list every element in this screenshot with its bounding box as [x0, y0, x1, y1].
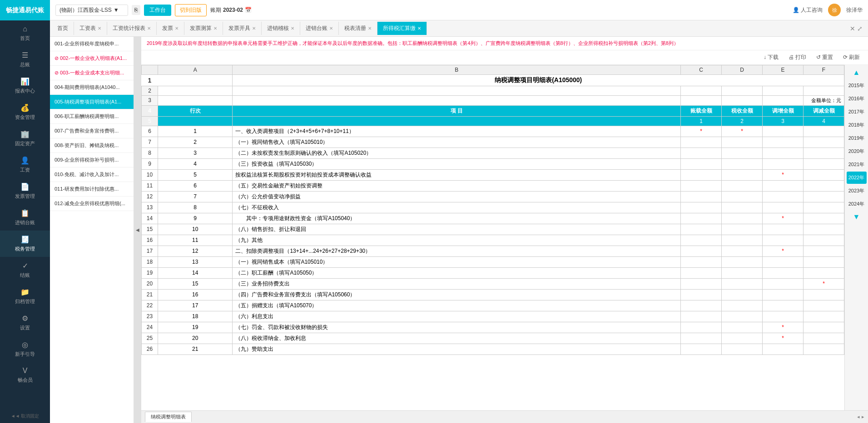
- sheet-area: 2019年度涉及取以前年度结转数据的申报表单元格需要手工维护正确，才能保证本年及…: [141, 37, 868, 423]
- left-item-012[interactable]: 012-减免企业所得税优惠明细(...: [50, 197, 134, 211]
- data-row-21: 21 16 （四）广告费和业务宣传费支出（填写A105060）: [142, 289, 844, 300]
- left-item-002[interactable]: ⊘ 002-一般企业收入明细表(A1...: [50, 51, 134, 66]
- sidebar-item-report[interactable]: 📊 报表中心: [0, 73, 50, 99]
- old-version-button[interactable]: 切到旧版: [175, 4, 207, 16]
- year-nav-down[interactable]: ▼: [851, 211, 862, 223]
- sidebar-item-guide-label: 新手引导: [15, 351, 35, 358]
- tab-salary-report[interactable]: 工资统计报表✕: [107, 22, 157, 35]
- year-2023[interactable]: 2023年: [847, 185, 867, 197]
- row-num-4: 4: [142, 105, 158, 116]
- sidebar-item-tax-label: 税务管理: [15, 246, 35, 252]
- sidebar-item-general[interactable]: ☰ 总账: [0, 46, 50, 73]
- sidebar-item-guide[interactable]: ◎ 新手引导: [0, 336, 50, 362]
- close-all-icon[interactable]: ✕: [850, 25, 855, 32]
- download-icon: ↓: [764, 54, 766, 60]
- download-button[interactable]: ↓ 下载: [761, 52, 781, 63]
- tab-tax-list-close[interactable]: ✕: [368, 26, 372, 31]
- asset-icon: 🏢: [20, 130, 30, 138]
- left-item-004[interactable]: 004-期间费用明细表(A1040...: [50, 80, 134, 95]
- tab-salary-close[interactable]: ✕: [98, 26, 101, 31]
- reset-button[interactable]: ↺ 重置: [813, 52, 836, 63]
- tab-purchase-ledger-close[interactable]: ✕: [329, 26, 333, 31]
- copy-button[interactable]: ⎘: [132, 5, 140, 15]
- tab-invoice-calc-close[interactable]: ✕: [213, 26, 217, 31]
- tab-salary-table[interactable]: 工资表✕: [74, 22, 107, 35]
- unit-B: [233, 95, 681, 105]
- data-row-13: 13 8 （七）不征税收入: [142, 202, 844, 213]
- print-button[interactable]: 🖨 打印: [786, 52, 809, 63]
- tab-tax-list[interactable]: 税表清册✕: [339, 22, 377, 35]
- company-selector[interactable]: (物副）江西股金-LSS ▼: [55, 5, 128, 16]
- year-2024[interactable]: 2024年: [847, 198, 867, 210]
- sidebar-item-archive[interactable]: 📁 归档管理: [0, 283, 50, 310]
- left-item-003[interactable]: ⊘ 003-一般企业成本支出明细...: [50, 66, 134, 80]
- period-edit-icon[interactable]: 📅: [245, 7, 252, 13]
- refresh-icon: ⟳: [843, 54, 848, 60]
- sidebar-item-member[interactable]: V 畅会员: [0, 362, 50, 388]
- workbench-button[interactable]: 工作台: [144, 5, 171, 16]
- tab-income-tax[interactable]: 所得税汇算缴✕: [377, 22, 427, 35]
- sidebar-item-settings[interactable]: ⚙ 设置: [0, 310, 50, 336]
- tab-invoice[interactable]: 发票✕: [157, 22, 184, 35]
- tabbar: 首页 工资表✕ 工资统计报表✕ 发票✕ 发票测算✕ 发票开具✕ 进销稽核✕ 进销…: [50, 20, 868, 37]
- tab-income-tax-close[interactable]: ✕: [417, 26, 421, 31]
- tab-salary-report-close[interactable]: ✕: [147, 26, 151, 31]
- tab-purchase-check-close[interactable]: ✕: [291, 26, 294, 31]
- left-item-007[interactable]: 007-广告费和业务宣传费明...: [50, 124, 134, 138]
- sidebar-item-close[interactable]: ✓ 结账: [0, 257, 50, 283]
- left-item-009[interactable]: 009-企业所得税弥补亏损明...: [50, 153, 134, 167]
- left-item-008[interactable]: 008-资产折旧、摊销及纳税...: [50, 138, 134, 153]
- tab-home[interactable]: 首页: [52, 22, 74, 35]
- tab-purchase-ledger[interactable]: 进销台账✕: [300, 22, 339, 35]
- tab-invoice-calc[interactable]: 发票测算✕: [184, 22, 223, 35]
- year-nav-up[interactable]: ▲: [851, 67, 862, 79]
- sidebar-item-invoice[interactable]: 📄 发票管理: [0, 178, 50, 204]
- sub-item: [233, 116, 681, 126]
- sub-c3: 3: [763, 116, 804, 126]
- sidebar-item-salary[interactable]: 👤 工资: [0, 152, 50, 178]
- left-item-001[interactable]: 001-企业所得税年度纳税申...: [50, 37, 134, 51]
- tab-invoice-calc-label: 发票测算: [190, 25, 212, 32]
- tab-income-tax-label: 所得税汇算缴: [383, 25, 416, 32]
- tab-salary-label: 工资表: [79, 25, 96, 32]
- left-item-005[interactable]: 005-纳税调整项目明细表(A1...: [50, 95, 134, 109]
- sidebar-item-asset[interactable]: 🏢 固定资产: [0, 125, 50, 152]
- tab-purchase-check-label: 进销稽核: [267, 25, 289, 32]
- year-2021[interactable]: 2021年: [847, 158, 867, 171]
- sidebar-item-ledger[interactable]: 📋 进销台账: [0, 204, 50, 231]
- year-2017[interactable]: 2017年: [847, 106, 867, 118]
- scroll-left-icon[interactable]: ◂: [857, 414, 860, 420]
- year-2019[interactable]: 2019年: [847, 132, 867, 144]
- maximize-icon[interactable]: ⤢: [857, 25, 863, 32]
- tab-purchase-check[interactable]: 进销稽核✕: [262, 22, 300, 35]
- row2-E: [763, 86, 804, 95]
- tab-invoice-close[interactable]: ✕: [175, 26, 179, 31]
- left-item-010[interactable]: 010-免税、减计收入及加计...: [50, 167, 134, 182]
- row-num-2: 2: [142, 86, 158, 95]
- year-2020[interactable]: 2020年: [847, 145, 867, 157]
- main-area: (物副）江西股金-LSS ▼ ⎘ 工作台 切到旧版 账期 2023-02 📅 👤…: [50, 0, 868, 423]
- year-2015[interactable]: 2015年: [847, 79, 867, 92]
- unpin-button[interactable]: ◄◄ 取消固定: [0, 409, 50, 423]
- year-2022[interactable]: 2022年: [847, 172, 867, 184]
- refresh-button[interactable]: ⟳ 刷新: [840, 52, 863, 63]
- consultant-button[interactable]: 👤 人工咨询: [793, 6, 823, 14]
- bottom-tab-adjust[interactable]: 纳税调整明细表: [145, 412, 192, 422]
- year-panel: ▲ 2015年 2016年 2017年 2018年 2019年 2020年 20…: [844, 65, 868, 411]
- year-2018[interactable]: 2018年: [847, 119, 867, 131]
- sidebar-item-salary-label: 工资: [20, 167, 30, 173]
- home-icon: ⌂: [23, 25, 27, 33]
- left-item-006[interactable]: 006-职工薪酬纳税调整明细...: [50, 109, 134, 124]
- app-logo: 畅捷通易代账: [0, 0, 50, 20]
- scroll-right-icon[interactable]: ▸: [862, 414, 864, 420]
- sidebar-item-home[interactable]: ⌂ 首页: [0, 20, 50, 46]
- sidebar-item-capital[interactable]: 💰 资金管理: [0, 99, 50, 125]
- left-panel-collapse[interactable]: ◀: [134, 37, 141, 423]
- sidebar-item-tax[interactable]: 🧾 税务管理: [0, 231, 50, 257]
- year-2016[interactable]: 2016年: [847, 93, 867, 105]
- tab-invoice-open[interactable]: 发票开具✕: [223, 22, 262, 35]
- left-item-011[interactable]: 011-研发费用加计扣除优惠...: [50, 182, 134, 197]
- tab-invoice-open-close[interactable]: ✕: [252, 26, 256, 31]
- tab-invoice-label: 发票: [162, 25, 173, 32]
- spreadsheet-container[interactable]: A B C D E F 1: [141, 65, 844, 411]
